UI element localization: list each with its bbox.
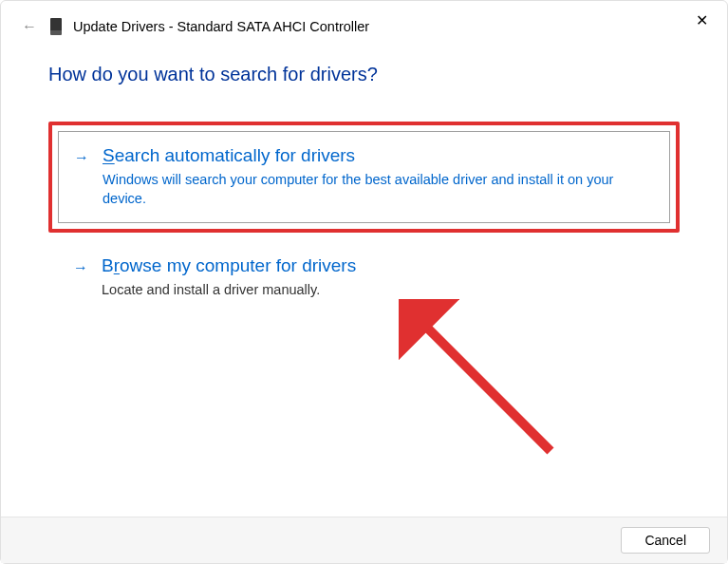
search-auto-title: Search automatically for drivers: [103, 145, 654, 166]
annotation-arrow-icon: [399, 299, 588, 470]
cancel-button[interactable]: Cancel: [621, 527, 710, 554]
arrow-right-icon: →: [74, 149, 89, 166]
back-button[interactable]: ←: [20, 18, 39, 35]
footer: Cancel: [1, 517, 727, 563]
arrow-right-icon: →: [73, 259, 88, 276]
close-icon: ✕: [696, 12, 708, 28]
browse-title: Browse my computer for drivers: [102, 255, 664, 276]
browse-description: Locate and install a driver manually.: [102, 280, 664, 299]
header: ← Update Drivers - Standard SATA AHCI Co…: [1, 1, 727, 45]
page-heading: How do you want to search for drivers?: [48, 64, 680, 85]
search-auto-description: Windows will search your computer for th…: [103, 170, 654, 209]
window-title: Update Drivers - Standard SATA AHCI Cont…: [73, 19, 369, 34]
svg-line-1: [416, 316, 551, 451]
close-button[interactable]: ✕: [692, 11, 711, 30]
search-automatically-option[interactable]: → Search automatically for drivers Windo…: [58, 131, 670, 223]
content-area: How do you want to search for drivers? →…: [1, 45, 727, 517]
option-body: Browse my computer for drivers Locate an…: [102, 255, 664, 299]
option-body: Search automatically for drivers Windows…: [103, 145, 654, 209]
back-arrow-icon: ←: [22, 18, 37, 34]
browse-computer-option[interactable]: → Browse my computer for drivers Locate …: [58, 250, 680, 305]
device-icon: [50, 18, 62, 35]
update-drivers-window: ✕ ← Update Drivers - Standard SATA AHCI …: [0, 0, 728, 564]
highlight-box: → Search automatically for drivers Windo…: [48, 122, 680, 233]
